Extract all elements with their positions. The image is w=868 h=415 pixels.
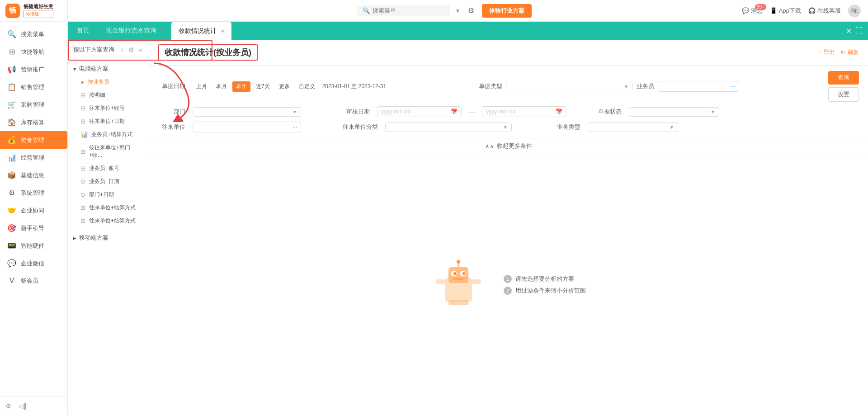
scheme-header-label: 按以下方案查询 bbox=[73, 46, 114, 54]
app-download-label: App下载 bbox=[779, 7, 801, 15]
sidebar-item-inventory[interactable]: 🏠 库存核算 bbox=[0, 113, 67, 131]
review-date-start-input[interactable] bbox=[381, 108, 449, 115]
settings-button[interactable]: 设置 bbox=[828, 87, 859, 102]
date-tab-this-month[interactable]: 本月 bbox=[212, 81, 231, 92]
scheme-item-by-detail[interactable]: ⊞ 按明细 bbox=[68, 89, 149, 102]
scheme-item-partner-settle1[interactable]: ⊞ 往来单位+结算方式 bbox=[68, 201, 149, 214]
sidebar-item-system-label: 系统管理 bbox=[21, 189, 44, 197]
online-service-btn[interactable]: 🎧 在线客服 bbox=[808, 7, 841, 15]
date-tab-last-month[interactable]: 上月 bbox=[193, 81, 211, 92]
salesman-select[interactable]: ··· bbox=[658, 81, 739, 92]
scheme-settings-btn[interactable]: ⚙ bbox=[127, 45, 135, 54]
message-btn[interactable]: 💬 消息 99+ bbox=[742, 7, 763, 15]
sidebar-item-system[interactable]: ⚙ 系统管理 bbox=[0, 184, 67, 202]
settings-bottom-btn[interactable]: ⚙ bbox=[4, 401, 13, 411]
sidebar-item-member[interactable]: V 畅会员 bbox=[0, 272, 67, 289]
search-input[interactable] bbox=[373, 7, 445, 14]
scheme-item-partner-account[interactable]: ⊟ 往来单位+账号 bbox=[68, 102, 149, 115]
refresh-btn[interactable]: ↻ 刷新 bbox=[840, 48, 859, 57]
export-btn[interactable]: ↑ 导出 bbox=[819, 48, 835, 57]
tab-close-all-btn[interactable]: ✕ bbox=[846, 27, 852, 35]
app-download-btn[interactable]: 📱 App下载 bbox=[770, 7, 801, 15]
sidebar-item-finance-label: 资金管理 bbox=[21, 136, 44, 144]
tab-fullscreen-btn[interactable]: ⛶ bbox=[855, 27, 863, 35]
tab-receipt-stats-close[interactable]: × bbox=[221, 28, 224, 34]
scheme-item-partner-date[interactable]: ⊟ 往来单位+日期 bbox=[68, 115, 149, 128]
scheme-item-dept-date[interactable]: ⊙ 部门+日期 bbox=[68, 188, 149, 201]
partner-more-btn[interactable]: ··· bbox=[292, 124, 297, 130]
svg-rect-10 bbox=[471, 279, 481, 284]
sidebar-item-guide[interactable]: 🎯 新手引导 bbox=[0, 219, 67, 237]
collapse-button[interactable]: ∧∧ 收起更多条件 bbox=[485, 142, 532, 150]
sidebar-item-search[interactable]: 🔍 搜索菜单 bbox=[0, 25, 67, 43]
date-tab-custom[interactable]: 自定义 bbox=[295, 81, 319, 92]
top-bar-right: 💬 消息 99+ 📱 App下载 🎧 在线客服 Rit bbox=[742, 5, 861, 17]
scheme-item-partner-dept-recv[interactable]: ⊟ 按往来单位+部门+收... bbox=[68, 141, 149, 162]
scheme-item-salesman-settle[interactable]: 📊 业务员+结算方式 bbox=[68, 128, 149, 141]
sidebar-item-wechat[interactable]: 💬 企业微信 bbox=[0, 255, 67, 272]
scheme-item-salesman-account[interactable]: ⊟ 业务员+账号 bbox=[68, 162, 149, 175]
salesman-account-icon: ⊟ bbox=[80, 165, 85, 172]
sales-icon: 📋 bbox=[7, 83, 16, 91]
biz-type-label: 业务类型 bbox=[553, 123, 580, 131]
sidebar-item-basic-label: 基础信息 bbox=[21, 171, 44, 179]
tab-bank-flow[interactable]: 现金银行流水查询 × bbox=[99, 22, 171, 40]
sidebar-item-purchase[interactable]: 🛒 采购管理 bbox=[0, 96, 67, 113]
scheme-item-partner-account-label: 往来单位+账号 bbox=[89, 104, 125, 112]
scheme-header-actions: + ⚙ « bbox=[119, 45, 143, 54]
collapse-sidebar-btn[interactable]: ◁‖ bbox=[17, 401, 28, 411]
salesman-more-btn[interactable]: ··· bbox=[731, 83, 735, 90]
dropdown-arrow[interactable]: ▼ bbox=[455, 8, 460, 14]
doc-type-select[interactable]: ▼ bbox=[506, 82, 632, 91]
review-date-end-input[interactable] bbox=[486, 108, 554, 115]
date-tab-last7[interactable]: 近7天 bbox=[252, 81, 274, 92]
sidebar-item-search-label: 搜索菜单 bbox=[21, 30, 44, 38]
logo-icon: 畅 bbox=[5, 4, 20, 18]
sidebar-item-quicknav[interactable]: ⊞ 快捷导航 bbox=[0, 43, 67, 61]
svg-rect-1 bbox=[448, 267, 468, 283]
calendar-icon-end: 📅 bbox=[556, 108, 562, 115]
scheme-section-desktop-header[interactable]: ▾ 电脑端方案 bbox=[68, 62, 149, 75]
scheme-collapse-btn[interactable]: « bbox=[138, 45, 143, 54]
sidebar-item-hardware[interactable]: 📟 智能硬件 bbox=[0, 237, 67, 255]
tab-home[interactable]: 首页 bbox=[68, 22, 99, 40]
tab-bank-flow-close[interactable]: × bbox=[161, 28, 164, 34]
doc-status-select[interactable]: ▼ bbox=[629, 107, 719, 117]
date-tab-more[interactable]: 更多 bbox=[275, 81, 293, 92]
sidebar-item-wechat-label: 企业微信 bbox=[21, 259, 44, 268]
tab-receipt-stats[interactable]: 收款情况统计 × bbox=[171, 22, 231, 40]
sidebar-item-operation[interactable]: 📊 经营管理 bbox=[0, 149, 67, 166]
svg-rect-9 bbox=[436, 279, 446, 284]
doc-type-label: 单据类型 bbox=[475, 82, 502, 90]
sidebar-item-sales[interactable]: 📋 销售管理 bbox=[0, 78, 67, 96]
refresh-label: 刷新 bbox=[847, 48, 859, 57]
logo-text: 畅捷通好生意 bbox=[24, 3, 53, 9]
scheme-item-partner-settle2-label: 往来单位+结算方式 bbox=[89, 217, 136, 225]
biz-type-select[interactable]: ▼ bbox=[588, 123, 678, 132]
finance-icon: 💰 bbox=[7, 136, 16, 144]
scheme-item-partner-settle2[interactable]: ⊟ 往来单位+结算方式 bbox=[68, 214, 149, 227]
dept-select[interactable]: ▼ bbox=[193, 107, 301, 117]
scheme-item-by-salesman[interactable]: ● 按业务员 bbox=[68, 75, 149, 89]
partner-category-select[interactable]: ▼ bbox=[385, 123, 512, 132]
scheme-panel: 按以下方案查询 + ⚙ « ▾ 电脑端方案 ● 按业务员 ⊞ 按明细 ⊟ 往来 bbox=[68, 40, 149, 415]
query-button[interactable]: 查询 bbox=[828, 71, 859, 85]
trial-button[interactable]: 体验行业方案 bbox=[482, 4, 532, 18]
sidebar-item-basic[interactable]: 📦 基础信息 bbox=[0, 166, 67, 184]
sidebar-item-enterprise[interactable]: 🤝 企业协同 bbox=[0, 202, 67, 219]
sidebar-item-finance[interactable]: 💰 资金管理 bbox=[0, 131, 67, 149]
scheme-section-mobile-header[interactable]: ▸ 移动端方案 bbox=[68, 231, 149, 245]
sidebar-logo: 畅 畅捷通好生意 标准版 bbox=[0, 0, 67, 22]
user-avatar[interactable]: Rit bbox=[848, 5, 861, 17]
sidebar-item-marketing[interactable]: 📢 营销推广 bbox=[0, 61, 67, 78]
scheme-add-btn[interactable]: + bbox=[119, 45, 125, 54]
date-tab-this-year[interactable]: 本年 bbox=[232, 81, 250, 92]
settings-icon[interactable]: ⚙ bbox=[465, 5, 477, 17]
sidebar-item-guide-label: 新手引导 bbox=[21, 224, 44, 232]
inventory-icon: 🏠 bbox=[7, 118, 16, 127]
partner-date-icon: ⊟ bbox=[80, 118, 85, 125]
tab-bank-flow-label: 现金银行流水查询 bbox=[106, 27, 156, 35]
partner-select[interactable]: ··· bbox=[193, 122, 301, 132]
sidebar-item-sales-label: 销售管理 bbox=[21, 83, 44, 91]
scheme-item-salesman-date[interactable]: ⊙ 业务员+日期 bbox=[68, 175, 149, 188]
